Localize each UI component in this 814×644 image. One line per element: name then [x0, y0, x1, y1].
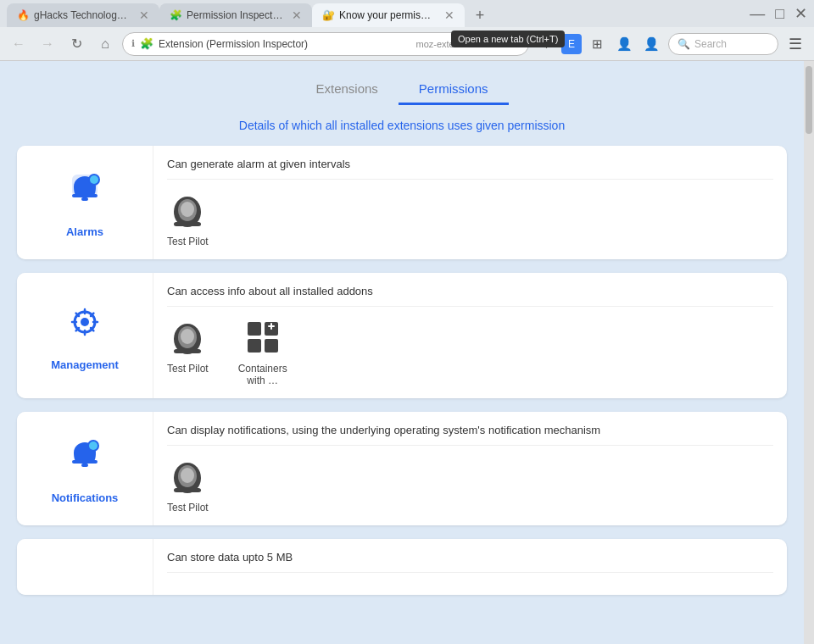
svg-point-4: [90, 175, 98, 184]
alarms-name: Alarms: [66, 225, 103, 238]
perm-left-storage: [17, 539, 153, 595]
svg-rect-15: [248, 322, 261, 336]
reload-button[interactable]: ↻: [64, 32, 88, 56]
person-icon[interactable]: 👤: [639, 32, 663, 56]
search-icon: 🔍: [677, 38, 690, 50]
extension-icon: 🧩: [140, 37, 153, 50]
svg-rect-8: [174, 222, 201, 226]
user-icon[interactable]: 👤: [612, 32, 636, 56]
svg-rect-22: [81, 464, 88, 467]
tab-icon-kp: 🔐: [322, 9, 334, 21]
alarms-extensions: Test Pilot: [167, 190, 773, 247]
maximize-button[interactable]: □: [775, 5, 784, 23]
perm-right-notifications: Can display notifications, using the und…: [153, 412, 787, 525]
svg-point-10: [81, 318, 89, 326]
alarms-description: Can generate alarm at given intervals: [167, 158, 773, 180]
containers-icon: [243, 317, 283, 358]
menu-button[interactable]: ☰: [783, 32, 807, 56]
page-title: Details of which all installed extension…: [17, 119, 787, 132]
ext-testpilot-management[interactable]: Test Pilot: [167, 317, 209, 386]
management-description: Can access info about all installed addo…: [167, 285, 773, 307]
scrollbar-thumb[interactable]: [806, 66, 812, 134]
permission-card-alarms: Alarms Can generate alarm at given inter…: [17, 146, 787, 259]
scrollbar-track[interactable]: [804, 61, 814, 644]
tab-close-kp[interactable]: ✕: [444, 8, 454, 22]
tab-bar: 🔥 gHacks Technology News ✕ 🧩 Permission …: [7, 0, 492, 27]
tab-close-ghacks[interactable]: ✕: [139, 8, 149, 22]
grid-icon[interactable]: ⊞: [585, 32, 609, 56]
notifications-icon: [64, 434, 106, 485]
testpilot-label-alarms: Test Pilot: [167, 236, 209, 247]
svg-rect-21: [72, 460, 98, 464]
info-icon: ℹ: [131, 38, 135, 49]
tab-extensions[interactable]: Extensions: [295, 75, 398, 105]
alarms-icon: [64, 168, 106, 219]
tab-icon-ghacks: 🔥: [17, 9, 29, 21]
ext-testpilot-notifications[interactable]: Test Pilot: [167, 456, 209, 514]
svg-rect-20: [270, 323, 272, 330]
containers-label: Containers with …: [229, 363, 297, 386]
tab-permissions[interactable]: Permissions: [399, 75, 509, 105]
perm-right-alarms: Can generate alarm at given intervals: [153, 146, 787, 259]
tab-close-pi[interactable]: ✕: [292, 8, 302, 22]
storage-description: Can store data upto 5 MB: [167, 551, 773, 573]
svg-rect-18: [265, 339, 278, 353]
svg-rect-14: [174, 349, 201, 353]
search-placeholder: Search: [694, 38, 727, 50]
notifications-name: Notifications: [52, 491, 119, 504]
permission-card-notifications: Notifications Can display notifications,…: [17, 412, 787, 525]
plus-icon: +: [476, 7, 485, 25]
notifications-description: Can display notifications, using the und…: [167, 424, 773, 446]
svg-rect-1: [72, 194, 98, 197]
testpilot-icon-alarms: [167, 190, 208, 230]
tab-know-permissions[interactable]: 🔐 Know your permissions ✕: [312, 3, 465, 27]
new-tab-tooltip: Open a new tab (Ctrl+T): [451, 31, 565, 47]
permission-card-storage: Can store data upto 5 MB: [17, 539, 787, 595]
home-button[interactable]: ⌂: [93, 32, 117, 56]
tab-label-pi: Permission Inspector – Get this: [187, 9, 283, 21]
title-bar: 🔥 gHacks Technology News ✕ 🧩 Permission …: [0, 0, 814, 27]
tab-icon-pi: 🧩: [170, 9, 181, 21]
svg-rect-17: [248, 339, 261, 353]
tab-ghacks[interactable]: 🔥 gHacks Technology News ✕: [7, 3, 159, 27]
perm-left-notifications: Notifications: [17, 412, 153, 525]
svg-point-7: [181, 202, 194, 217]
search-bar[interactable]: 🔍 Search: [668, 33, 778, 55]
perm-right-management: Can access info about all installed addo…: [153, 273, 787, 398]
testpilot-icon-management: [167, 317, 208, 358]
svg-point-24: [89, 441, 98, 450]
management-name: Management: [51, 358, 118, 371]
back-button[interactable]: ←: [7, 32, 31, 56]
perm-left-management: Management: [17, 273, 153, 398]
tab-permission-inspector[interactable]: 🧩 Permission Inspector – Get this ✕: [159, 3, 312, 27]
permission-card-management: Management Can access info about all ins…: [17, 273, 787, 398]
testpilot-label-notifications: Test Pilot: [167, 502, 209, 514]
ext-containers-management[interactable]: Containers with …: [229, 317, 297, 386]
main-content: Extensions Permissions Details of which …: [0, 61, 804, 644]
new-tab-button[interactable]: + Open a new tab (Ctrl+T): [468, 3, 492, 27]
svg-point-13: [181, 329, 194, 344]
tab-label-ghacks: gHacks Technology News: [34, 9, 131, 21]
page-tabs: Extensions Permissions: [17, 75, 787, 105]
testpilot-icon-notifications: [167, 456, 208, 497]
perm-left-alarms: Alarms: [17, 146, 153, 259]
window-controls: — □ ✕: [750, 4, 807, 23]
ext-testpilot-alarms[interactable]: Test Pilot: [167, 190, 209, 247]
management-extensions: Test Pilot: [167, 317, 773, 386]
minimize-button[interactable]: —: [750, 5, 765, 23]
svg-rect-2: [81, 197, 88, 201]
svg-point-27: [181, 468, 194, 483]
close-button[interactable]: ✕: [794, 4, 807, 23]
toolbar: ← → ↻ ⌂ ℹ 🧩 Extension (Permission Inspec…: [0, 27, 814, 61]
content-area: Extensions Permissions Details of which …: [0, 61, 814, 644]
forward-button[interactable]: →: [36, 32, 59, 56]
page: Extensions Permissions Details of which …: [0, 61, 804, 622]
testpilot-label-management: Test Pilot: [167, 363, 209, 375]
address-text: Extension (Permission Inspector): [159, 38, 410, 50]
svg-rect-28: [174, 488, 201, 492]
tab-label-kp: Know your permissions: [339, 9, 436, 21]
notifications-extensions: Test Pilot: [167, 456, 773, 514]
management-icon: [64, 301, 106, 352]
perm-right-storage: Can store data upto 5 MB: [153, 539, 787, 595]
